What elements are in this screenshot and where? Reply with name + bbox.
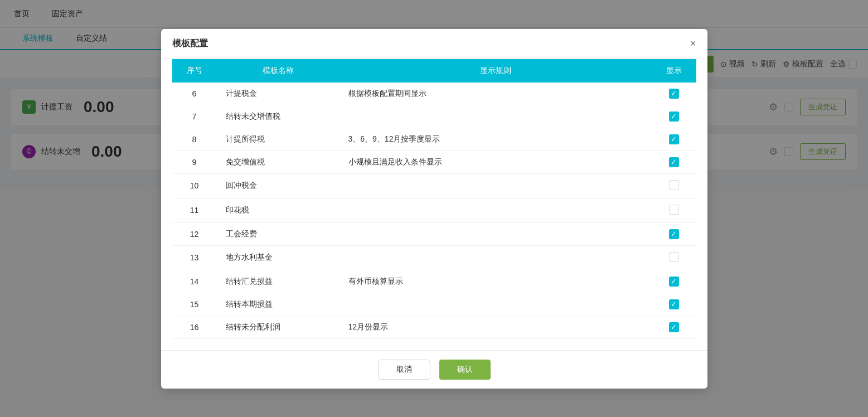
cell-id: 14 <box>172 270 217 293</box>
cell-checkbox: ✓ <box>652 270 696 293</box>
checkbox-checked-16[interactable]: ✓ <box>669 322 679 332</box>
cell-id: 12 <box>172 222 217 245</box>
cell-name: 计提所得税 <box>217 128 340 151</box>
cell-checkbox <box>652 245 696 270</box>
cell-rule <box>340 245 652 270</box>
cell-name: 结转未分配利润 <box>217 316 340 338</box>
cell-id: 13 <box>172 245 217 270</box>
cell-rule: 根据模板配置期间显示 <box>340 83 652 105</box>
cell-id: 9 <box>172 151 217 173</box>
confirm-button[interactable]: 确认 <box>439 360 491 380</box>
cell-checkbox: ✓ <box>652 222 696 245</box>
table-row: 8计提所得税3、6、9、12月按季度显示✓ <box>172 128 696 151</box>
cell-checkbox <box>652 198 696 222</box>
cell-rule <box>340 173 652 198</box>
cell-name: 免交增值税 <box>217 151 340 173</box>
cell-name: 计提税金 <box>217 83 340 105</box>
checkbox-checked-6[interactable]: ✓ <box>669 89 679 99</box>
checkbox-checked-9[interactable]: ✓ <box>669 157 679 167</box>
col-header-name: 模板名称 <box>217 59 340 83</box>
table-row: 15结转本期损益✓ <box>172 293 696 316</box>
table-row: 7结转未交增值税✓ <box>172 105 696 128</box>
table-body: 6计提税金根据模板配置期间显示✓7结转未交增值税✓8计提所得税3、6、9、12月… <box>172 83 696 339</box>
modal-footer: 取消 确认 <box>161 350 707 389</box>
cancel-button[interactable]: 取消 <box>378 360 430 380</box>
cell-checkbox: ✓ <box>652 105 696 128</box>
cell-id: 16 <box>172 316 217 338</box>
cell-rule <box>340 105 652 128</box>
cell-rule <box>340 293 652 316</box>
col-header-rule: 显示规则 <box>340 59 652 83</box>
checkbox-unchecked-11[interactable] <box>669 205 679 215</box>
checkbox-checked-15[interactable]: ✓ <box>669 299 679 309</box>
cell-name: 工会经费 <box>217 222 340 245</box>
checkbox-checked-14[interactable]: ✓ <box>669 277 679 287</box>
cell-name: 回冲税金 <box>217 173 340 198</box>
config-table: 序号 模板名称 显示规则 显示 6计提税金根据模板配置期间显示✓7结转未交增值税… <box>172 59 696 339</box>
cell-rule: 12月份显示 <box>340 316 652 338</box>
table-row: 9免交增值税小规模且满足收入条件显示✓ <box>172 151 696 173</box>
cell-name: 地方水利基金 <box>217 245 340 270</box>
cell-name: 印花税 <box>217 198 340 222</box>
cell-id: 6 <box>172 83 217 105</box>
cell-name: 结转本期损益 <box>217 293 340 316</box>
cell-id: 15 <box>172 293 217 316</box>
cell-rule: 3、6、9、12月按季度显示 <box>340 128 652 151</box>
table-row: 10回冲税金 <box>172 173 696 198</box>
table-row: 14结转汇兑损益有外币核算显示✓ <box>172 270 696 293</box>
cell-name: 结转未交增值税 <box>217 105 340 128</box>
col-header-id: 序号 <box>172 59 217 83</box>
modal: 模板配置 × 序号 模板名称 显示规则 显示 6计提税金根据模板配置期间显示✓7… <box>161 29 707 389</box>
cell-checkbox: ✓ <box>652 293 696 316</box>
cell-id: 7 <box>172 105 217 128</box>
cell-id: 10 <box>172 173 217 198</box>
cell-checkbox: ✓ <box>652 128 696 151</box>
table-row: 6计提税金根据模板配置期间显示✓ <box>172 83 696 105</box>
checkbox-unchecked-13[interactable] <box>669 252 679 262</box>
checkbox-checked-12[interactable]: ✓ <box>669 229 679 239</box>
cell-name: 结转汇兑损益 <box>217 270 340 293</box>
table-row: 12工会经费✓ <box>172 222 696 245</box>
cell-rule <box>340 222 652 245</box>
table-header: 序号 模板名称 显示规则 显示 <box>172 59 696 83</box>
checkbox-checked-7[interactable]: ✓ <box>669 111 679 122</box>
table-row: 16结转未分配利润12月份显示✓ <box>172 316 696 338</box>
cell-checkbox: ✓ <box>652 83 696 105</box>
cell-id: 11 <box>172 198 217 222</box>
checkbox-checked-8[interactable]: ✓ <box>669 134 679 144</box>
modal-header: 模板配置 × <box>161 29 707 59</box>
cell-checkbox: ✓ <box>652 151 696 173</box>
checkbox-unchecked-10[interactable] <box>669 180 679 190</box>
cell-rule <box>340 198 652 222</box>
cell-checkbox <box>652 173 696 198</box>
modal-close-button[interactable]: × <box>690 38 696 50</box>
cell-rule: 有外币核算显示 <box>340 270 652 293</box>
cell-rule: 小规模且满足收入条件显示 <box>340 151 652 173</box>
table-row: 13地方水利基金 <box>172 245 696 270</box>
cell-checkbox: ✓ <box>652 316 696 338</box>
table-row: 11印花税 <box>172 198 696 222</box>
cell-id: 8 <box>172 128 217 151</box>
modal-title: 模板配置 <box>172 38 208 50</box>
modal-overlay: 模板配置 × 序号 模板名称 显示规则 显示 6计提税金根据模板配置期间显示✓7… <box>0 0 868 417</box>
col-header-display: 显示 <box>652 59 696 83</box>
modal-body: 序号 模板名称 显示规则 显示 6计提税金根据模板配置期间显示✓7结转未交增值税… <box>161 59 707 350</box>
